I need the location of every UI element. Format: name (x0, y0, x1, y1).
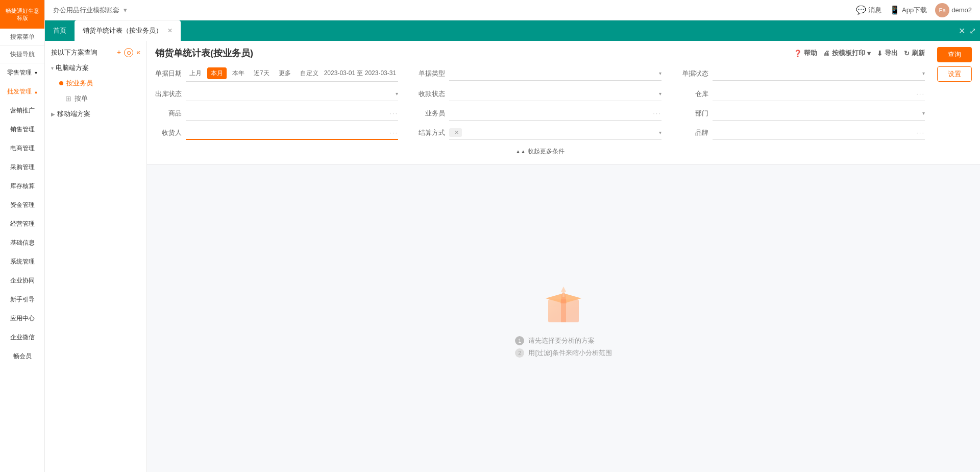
filter-date: 单据日期 上月 本月 本年 近7天 更多 自定义 (155, 65, 398, 82)
filter-goods: 商品 ··· (155, 106, 398, 121)
pay-status-control[interactable]: ▾ (449, 87, 662, 101)
industry-label: 办公用品行业模拟账套 (53, 6, 119, 15)
sidebar-item-marketing[interactable]: 营销推广 (0, 101, 44, 120)
sidebar-item-newguide[interactable]: 新手引导 (0, 290, 44, 309)
filter-form: 销货单统计表(按业务员) ❓ 帮助 🖨 按模板打印 ▾ (155, 47, 925, 158)
tab-close-window-button[interactable]: ✕ (959, 26, 965, 36)
sidebar-item-ecommerce[interactable]: 电商管理 (0, 139, 44, 158)
export-button[interactable]: ⬇ 导出 (877, 49, 898, 58)
payment-tag: ✕ (449, 128, 462, 137)
consignee-label: 收货人 (155, 128, 182, 137)
query-button[interactable]: 查询 (937, 47, 972, 62)
payment-tag-close[interactable]: ✕ (454, 129, 459, 136)
collapse-button[interactable]: ▲▲ 收起更多条件 (155, 145, 925, 158)
dept-arrow: ▾ (922, 110, 925, 116)
date-btn-more[interactable]: 更多 (275, 67, 295, 79)
help-button[interactable]: ❓ 帮助 (794, 49, 817, 58)
top-bar: 办公用品行业模拟账套 ▾ 💬 消息 📱 App下载 Ea demo2 (45, 0, 980, 20)
brand-dots[interactable]: ··· (916, 129, 925, 136)
by-order-label: 按单 (75, 94, 88, 103)
date-filter-buttons: 上月 本月 本年 近7天 更多 自定义 (186, 67, 322, 79)
sidebar-item-wechat[interactable]: 企业微信 (0, 328, 44, 347)
industry-selector: 办公用品行业模拟账套 ▾ (53, 6, 127, 15)
settings-button[interactable]: 设置 (937, 66, 972, 82)
salesperson-dots[interactable]: ··· (653, 109, 662, 117)
scheme-item-by-order[interactable]: ⊞ 按单 (45, 91, 146, 106)
out-status-control[interactable]: ▾ (186, 87, 398, 101)
salesperson-control[interactable]: ··· (449, 106, 662, 121)
chevron-down-icon: ▾ (51, 65, 54, 71)
tab-close-button[interactable]: ✕ (167, 27, 173, 34)
filter-buttons: 查询 设置 (931, 47, 972, 82)
print-dropdown-icon[interactable]: ▾ (867, 50, 871, 57)
step-2-text: 用[过滤]条件来缩小分析范围 (528, 348, 611, 358)
refresh-label: 刷新 (912, 49, 925, 58)
date-btn-this-year[interactable]: 本年 (229, 67, 248, 79)
mobile-scheme-group: ▶ 移动端方案 (45, 106, 146, 122)
tab-bar-actions: ✕ ⤢ (959, 26, 980, 36)
date-btn-this-month[interactable]: 本月 (207, 67, 227, 79)
sidebar-search[interactable]: 搜索菜单 (0, 29, 44, 46)
doc-type-control[interactable]: ▾ (449, 66, 662, 81)
filter-section: 销货单统计表(按业务员) ❓ 帮助 🖨 按模板打印 ▾ (147, 41, 980, 164)
sidebar-item-inventory[interactable]: 库存核算 (0, 177, 44, 196)
message-button[interactable]: 💬 消息 (856, 5, 881, 15)
filter-row-4: 收货人 ··· 结算方式 (155, 126, 925, 140)
dept-control[interactable]: ▾ (713, 106, 925, 121)
date-control: 上月 本月 本年 近7天 更多 自定义 2023-03-01 至 2023-03… (186, 65, 398, 82)
payment-control[interactable]: ✕ ▾ (449, 126, 662, 140)
warehouse-control[interactable]: ··· (713, 87, 925, 101)
date-btn-custom[interactable]: 自定义 (297, 67, 322, 79)
brand-control[interactable]: ··· (713, 126, 925, 140)
consignee-dots[interactable]: ··· (389, 129, 398, 136)
tab-home[interactable]: 首页 (45, 20, 75, 41)
filter-doc-type: 单据类型 ▾ (419, 66, 662, 81)
scheme-item-by-salesperson[interactable]: 按业务员 (45, 76, 146, 91)
sidebar-item-system[interactable]: 系统管理 (0, 252, 44, 271)
edit-scheme-button[interactable]: ⊙ (124, 48, 133, 57)
sidebar-item-appcenter[interactable]: 应用中心 (0, 309, 44, 328)
sidebar-item-wholesale[interactable]: 批发管理 ▴ (0, 82, 44, 101)
warehouse-dots[interactable]: ··· (916, 90, 925, 98)
warehouse-label: 仓库 (682, 89, 708, 99)
sidebar-item-member[interactable]: 畅会员 (0, 347, 44, 366)
step-1-text: 请先选择要分析的方案 (528, 336, 595, 345)
consignee-control[interactable]: ··· (186, 126, 398, 140)
app-download-button[interactable]: 📱 App下载 (890, 5, 927, 15)
sidebar-item-retail[interactable]: 零售管理 ▾ (0, 63, 44, 82)
doc-status-control[interactable]: ▾ (713, 66, 925, 81)
sidebar-item-sales[interactable]: 销售管理 (0, 120, 44, 139)
sidebar-item-enterprise[interactable]: 企业协同 (0, 271, 44, 290)
collapse-up-icon: ▲▲ (516, 149, 526, 154)
sidebar-shortcut[interactable]: 快捷导航 (0, 46, 44, 63)
filter-warehouse: 仓库 ··· (682, 87, 925, 101)
user-avatar[interactable]: Ea demo2 (935, 3, 972, 17)
mobile-scheme-header[interactable]: ▶ 移动端方案 (45, 106, 146, 122)
desktop-scheme-label: 电脑端方案 (56, 63, 89, 73)
date-btn-last-month[interactable]: 上月 (186, 67, 205, 79)
goods-dots[interactable]: ··· (389, 109, 398, 117)
tab-maximize-button[interactable]: ⤢ (969, 26, 976, 36)
refresh-button[interactable]: ↻ 刷新 (904, 49, 925, 58)
page-title: 销货单统计表(按业务员) (155, 47, 253, 59)
filter-consignee: 收货人 ··· (155, 126, 398, 140)
sidebar-item-finance[interactable]: 资金管理 (0, 196, 44, 215)
add-scheme-button[interactable]: + (117, 48, 121, 57)
mobile-scheme-label: 移动端方案 (57, 109, 90, 119)
doc-type-label: 单据类型 (419, 69, 445, 78)
print-button[interactable]: 🖨 按模板打印 ▾ (823, 49, 871, 58)
sidebar-item-operations[interactable]: 经营管理 (0, 215, 44, 233)
sidebar-item-basic[interactable]: 基础信息 (0, 233, 44, 252)
desktop-scheme-header[interactable]: ▾ 电脑端方案 (45, 60, 146, 76)
panel-header-label: 按以下方案查询 (51, 48, 97, 57)
date-btn-last7[interactable]: 近7天 (250, 67, 273, 79)
sidebar-item-purchase[interactable]: 采购管理 (0, 158, 44, 177)
empty-state-icon (538, 279, 589, 330)
goods-control[interactable]: ··· (186, 106, 398, 121)
collapse-panel-button[interactable]: « (136, 48, 140, 57)
tab-sales-stat[interactable]: 销货单统计表（按业务员） ✕ (75, 20, 181, 41)
by-salesperson-label: 按业务员 (66, 79, 93, 88)
industry-dropdown-icon[interactable]: ▾ (124, 6, 127, 14)
help-icon: ❓ (794, 50, 802, 57)
print-icon: 🖨 (823, 50, 830, 57)
